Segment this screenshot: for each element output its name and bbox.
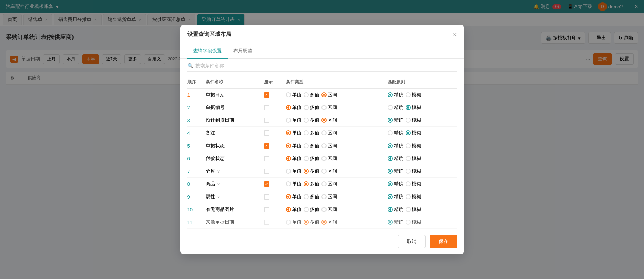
search-icon: 🔍 — [187, 63, 193, 68]
col-type-header: 条件类型 — [286, 79, 388, 85]
col-display-header: 显示 — [264, 79, 286, 85]
modal-table: 顺序 条件名称 显示 条件类型 匹配原则 1 单据日期 单值 — [180, 76, 464, 90]
modal-table-header: 顺序 条件名称 显示 条件类型 匹配原则 — [187, 76, 457, 89]
modal-tab-query-fields[interactable]: 查询字段设置 — [187, 44, 228, 59]
modal-header: 设置查询区域布局 × — [180, 25, 464, 44]
search-box: 🔍 — [187, 63, 457, 72]
modal-tabs: 查询字段设置 布局调整 — [180, 44, 464, 59]
search-input[interactable] — [195, 63, 457, 68]
modal-tab-layout[interactable]: 布局调整 — [228, 44, 258, 59]
col-order-header: 顺序 — [187, 79, 206, 85]
settings-modal: 设置查询区域布局 × 查询字段设置 布局调整 🔍 顺序 条件名称 显示 条件类型 — [180, 25, 464, 90]
modal-close-button[interactable]: × — [453, 31, 457, 38]
col-name-header: 条件名称 — [206, 79, 264, 85]
modal-title: 设置查询区域布局 — [187, 31, 231, 38]
table-row: 1 单据日期 单值 多值 区间 — [187, 89, 457, 90]
col-match-header: 匹配原则 — [388, 79, 464, 85]
modal-overlay: 设置查询区域布局 × 查询字段设置 布局调整 🔍 顺序 条件名称 显示 条件类型 — [0, 0, 644, 90]
